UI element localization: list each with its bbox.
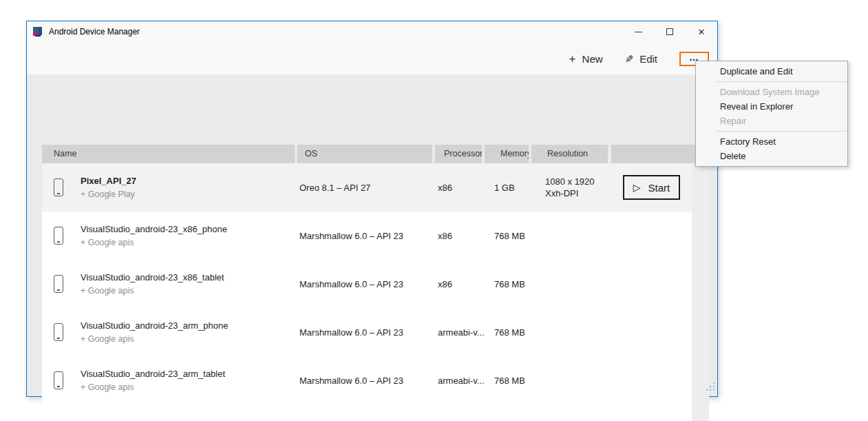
menu-item-reveal-in-explorer[interactable]: Reveal in Explorer <box>696 99 847 114</box>
device-processor: armeabi-v... <box>435 356 485 404</box>
device-name: VisualStudio_android-23_x86_phone <box>81 224 227 234</box>
device-memory: 768 MB <box>485 308 531 356</box>
device-name: Pixel_API_27 <box>81 176 136 186</box>
device-memory: 768 MB <box>485 212 531 260</box>
content-area: Name OS Processor Memory Resolution Pixe… <box>27 74 717 396</box>
device-memory: 768 MB <box>485 356 531 404</box>
toolbar: + New ✎ Edit … <box>569 52 709 66</box>
device-row[interactable]: VisualStudio_android-23_arm_phone + Goog… <box>42 308 692 356</box>
android-device-manager-window: Android Device Manager ✕ + New ✎ Edit … … <box>26 21 718 397</box>
start-button[interactable]: ▷ Start <box>623 175 680 200</box>
window-controls: ✕ <box>622 21 717 42</box>
device-name-cell: VisualStudio_android-23_arm_tablet + Goo… <box>42 356 297 404</box>
window-resize-grip[interactable] <box>706 382 715 394</box>
menu-item-factory-reset[interactable]: Factory Reset <box>696 134 847 149</box>
device-memory: 1 GB <box>485 163 531 212</box>
phone-icon <box>54 275 63 293</box>
menu-separator <box>717 81 847 82</box>
resolution-line-2: Xxh-DPI <box>545 187 578 199</box>
device-os: Marshmallow 6.0 – API 23 <box>297 308 435 356</box>
column-header-name: Name <box>42 145 295 163</box>
device-action-cell: ▷ <box>611 260 692 308</box>
device-memory: 768 MB <box>485 260 531 308</box>
device-action-cell: ▷ <box>611 212 692 260</box>
phone-icon <box>54 178 63 196</box>
new-button-label: New <box>582 53 603 65</box>
device-action-cell: ▷ <box>611 308 692 356</box>
device-os: Oreo 8.1 – API 27 <box>297 163 435 212</box>
device-name-block: VisualStudio_android-23_x86_phone + Goog… <box>81 224 227 247</box>
maximize-button[interactable] <box>654 21 686 42</box>
column-header-processor: Processor <box>435 145 482 163</box>
start-button-label: Start <box>648 182 670 194</box>
device-resolution <box>531 260 611 308</box>
device-name-block: VisualStudio_android-23_arm_phone + Goog… <box>81 320 228 344</box>
context-menu: Duplicate and EditDownload System ImageR… <box>695 61 848 167</box>
edit-button-label: Edit <box>639 53 657 65</box>
device-resolution <box>531 308 611 356</box>
device-os: Marshmallow 6.0 – API 23 <box>297 356 435 404</box>
menu-item-duplicate-and-edit[interactable]: Duplicate and Edit <box>696 64 847 79</box>
column-header-os: OS <box>297 145 432 163</box>
edit-device-button[interactable]: ✎ Edit <box>625 53 657 65</box>
device-name-cell: VisualStudio_android-23_arm_phone + Goog… <box>42 308 297 356</box>
device-name-block: Pixel_API_27 + Google Play <box>81 176 136 199</box>
device-processor: x86 <box>435 260 485 308</box>
table-body: Pixel_API_27 + Google Play Oreo 8.1 – AP… <box>42 163 709 421</box>
device-subtitle: + Google apis <box>81 286 224 296</box>
device-name: VisualStudio_android-23_arm_tablet <box>81 369 225 379</box>
device-subtitle: + Google apis <box>81 382 225 392</box>
table-header: Name OS Processor Memory Resolution <box>42 145 709 163</box>
device-name: VisualStudio_android-23_x86_tablet <box>81 272 224 283</box>
resolution-line-1: 1080 x 1920 <box>545 176 595 187</box>
device-action-cell: ▷ <box>611 356 692 404</box>
device-row[interactable]: VisualStudio_android-23_x86_tablet + Goo… <box>42 260 692 308</box>
device-subtitle: + Google apis <box>81 334 228 344</box>
device-os: Marshmallow 6.0 – API 23 <box>297 212 435 260</box>
device-resolution <box>531 212 611 260</box>
new-device-button[interactable]: + New <box>569 53 603 65</box>
device-action-cell: ▷ Start <box>611 163 692 212</box>
device-row[interactable]: VisualStudio_android-23_x86_phone + Goog… <box>42 212 692 260</box>
maximize-icon <box>666 28 673 35</box>
device-processor: armeabi-v... <box>435 308 485 356</box>
play-icon: ▷ <box>633 183 641 192</box>
device-name-cell: VisualStudio_android-23_x86_tablet + Goo… <box>42 260 297 308</box>
device-processor: x86 <box>435 212 485 260</box>
device-name-cell: VisualStudio_android-23_x86_phone + Goog… <box>42 212 297 260</box>
menu-item-download-system-image: Download System Image <box>696 85 847 99</box>
device-table: Name OS Processor Memory Resolution Pixe… <box>42 145 709 421</box>
app-icon <box>32 26 43 37</box>
device-processor: x86 <box>435 163 485 212</box>
device-row[interactable]: Pixel_API_27 + Google Play Oreo 8.1 – AP… <box>42 163 692 212</box>
device-name-block: VisualStudio_android-23_arm_tablet + Goo… <box>81 369 225 392</box>
device-subtitle: + Google apis <box>81 238 227 247</box>
window-title: Android Device Manager <box>49 27 140 37</box>
menu-separator <box>717 131 847 132</box>
phone-icon <box>54 323 63 341</box>
device-os: Marshmallow 6.0 – API 23 <box>297 260 435 308</box>
column-header-actions <box>611 145 709 163</box>
device-table-rows: Pixel_API_27 + Google Play Oreo 8.1 – AP… <box>42 163 692 421</box>
minimize-button[interactable] <box>622 21 654 42</box>
titlebar: Android Device Manager ✕ <box>27 21 717 42</box>
close-icon: ✕ <box>698 28 706 37</box>
pencil-icon: ✎ <box>625 54 634 64</box>
column-header-memory: Memory <box>485 145 529 163</box>
phone-icon <box>54 227 63 245</box>
menu-item-repair: Repair <box>696 114 847 128</box>
device-subtitle: + Google Play <box>81 189 136 199</box>
device-name-block: VisualStudio_android-23_x86_tablet + Goo… <box>81 272 224 296</box>
column-header-resolution: Resolution <box>531 145 608 163</box>
minimize-icon <box>635 32 642 32</box>
device-resolution: 1080 x 1920 Xxh-DPI <box>531 163 611 212</box>
scroll-down-chevron-icon[interactable] <box>695 417 705 421</box>
close-button[interactable]: ✕ <box>686 21 717 42</box>
device-name-cell: Pixel_API_27 + Google Play <box>42 163 297 212</box>
menu-item-delete[interactable]: Delete <box>696 149 847 163</box>
plus-icon: + <box>569 53 576 65</box>
device-resolution <box>531 356 611 404</box>
device-row[interactable]: VisualStudio_android-23_arm_tablet + Goo… <box>42 356 692 404</box>
device-name: VisualStudio_android-23_arm_phone <box>81 320 228 331</box>
phone-icon <box>54 371 63 389</box>
